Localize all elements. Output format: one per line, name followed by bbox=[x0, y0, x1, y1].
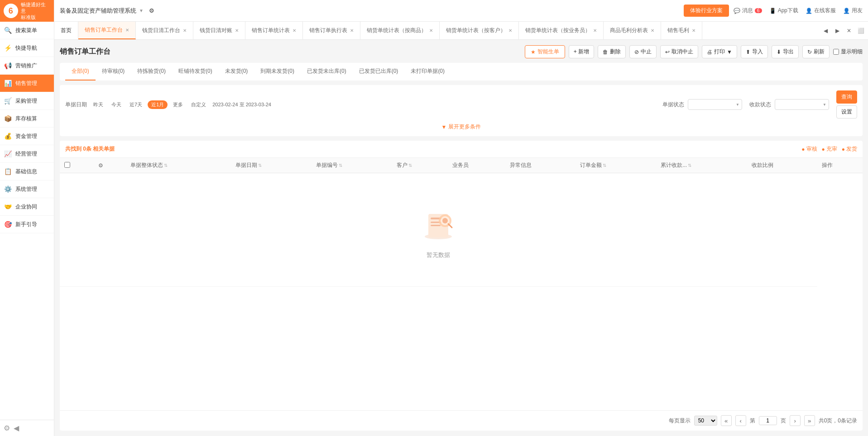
show-detail-input[interactable] bbox=[833, 49, 839, 55]
tab-close-icon[interactable]: ✕ bbox=[183, 28, 187, 33]
pause-btn[interactable]: ⊘ 中止 bbox=[629, 45, 657, 58]
sort-icon[interactable]: ⇅ bbox=[688, 163, 691, 168]
settings-filter-btn[interactable]: 设置 bbox=[836, 105, 857, 118]
sort-icon[interactable]: ⇅ bbox=[258, 163, 262, 168]
tab-maximize-btn[interactable]: ⬜ bbox=[855, 25, 866, 36]
sidebar-item-库存核算[interactable]: 📦库存核算 bbox=[0, 110, 54, 128]
tab-商品毛利分析表[interactable]: 商品毛利分析表✕ bbox=[604, 22, 661, 39]
subtab-全部[interactable]: 全部(0) bbox=[65, 63, 96, 81]
refresh-btn[interactable]: ↻ 刷新 bbox=[802, 45, 830, 58]
toolbar-btn-发货[interactable]: ● 发货 bbox=[842, 145, 857, 153]
import-btn[interactable]: ⬆ 导入 bbox=[741, 45, 768, 58]
user-btn[interactable]: 👤 用友 bbox=[843, 7, 863, 14]
tab-close-icon[interactable]: ✕ bbox=[293, 28, 296, 33]
sort-icon[interactable]: ⇅ bbox=[408, 163, 412, 168]
sidebar-item-经营管理[interactable]: 📈经营管理 bbox=[0, 145, 54, 163]
tab-销售订单执行表[interactable]: 销售订单执行表✕ bbox=[303, 22, 360, 39]
settings-icon[interactable]: ⚙ bbox=[4, 424, 10, 432]
sidebar-item-新手引导[interactable]: 🎯新手引导 bbox=[0, 216, 54, 233]
date-btn-昨天[interactable]: 昨天 bbox=[91, 100, 106, 109]
settings-icon[interactable]: ⚙ bbox=[149, 7, 154, 14]
sort-icon[interactable]: ⇅ bbox=[164, 163, 168, 168]
toolbar-btn-充审[interactable]: ● 充审 bbox=[822, 145, 837, 153]
col-累计收款...[interactable]: 累计收款...⇅ bbox=[656, 158, 747, 173]
subtab-未发货[interactable]: 未发货(0) bbox=[219, 63, 254, 81]
subtab-旺铺待发货[interactable]: 旺铺待发货(0) bbox=[172, 63, 219, 81]
query-btn[interactable]: 查询 bbox=[836, 90, 857, 104]
select-all-checkbox[interactable] bbox=[64, 162, 70, 168]
sidebar-item-搜索菜单[interactable]: 🔍搜索菜单 bbox=[0, 22, 54, 39]
tab-销货单统计表（按业务员）[interactable]: 销货单统计表（按业务员）✕ bbox=[519, 22, 604, 39]
toolbar-btn-审核[interactable]: ● 审核 bbox=[801, 145, 817, 153]
smart-gen-btn[interactable]: ★ 智能生单 bbox=[525, 45, 565, 58]
date-btn-近1月[interactable]: 近1月 bbox=[148, 100, 168, 109]
col-单据日期[interactable]: 单据日期⇅ bbox=[231, 158, 312, 173]
tab-close-icon[interactable]: ✕ bbox=[651, 28, 654, 33]
subtab-待拣验货[interactable]: 待拣验货(0) bbox=[131, 63, 172, 81]
sort-icon[interactable]: ⇅ bbox=[603, 163, 606, 168]
first-page-btn[interactable]: « bbox=[721, 415, 732, 426]
col-单据整体状态[interactable]: 单据整体状态⇅ bbox=[126, 158, 231, 173]
industry-btn[interactable]: 体验行业方案 bbox=[684, 5, 729, 17]
payment-select[interactable] bbox=[775, 99, 829, 110]
collapse-icon[interactable]: ◀ bbox=[14, 424, 19, 432]
tab-close-all-btn[interactable]: ✕ bbox=[844, 25, 854, 36]
next-page-btn[interactable]: › bbox=[790, 415, 801, 426]
export-btn[interactable]: ⬇ 导出 bbox=[772, 45, 799, 58]
system-dropdown-icon[interactable]: ▼ bbox=[139, 8, 144, 13]
delete-btn[interactable]: 🗑 删除 bbox=[598, 45, 626, 58]
tab-钱货日清工作台[interactable]: 钱货日清工作台✕ bbox=[136, 22, 193, 39]
status-select[interactable] bbox=[688, 99, 742, 110]
col-单据编号[interactable]: 单据编号⇅ bbox=[312, 158, 392, 173]
sidebar-item-系统管理[interactable]: ⚙️系统管理 bbox=[0, 180, 54, 198]
online-service-btn[interactable]: 👤 在线客服 bbox=[806, 7, 836, 14]
tab-销售订单工作台[interactable]: 销售订单工作台✕ bbox=[78, 22, 136, 39]
tab-close-icon[interactable]: ✕ bbox=[235, 28, 239, 33]
tab-首页[interactable]: 首页 bbox=[54, 22, 78, 39]
subtab-未打印单据[interactable]: 未打印单据(0) bbox=[404, 63, 451, 81]
sidebar-item-企业协同[interactable]: 🤝企业协同 bbox=[0, 198, 54, 216]
subtab-待审核[interactable]: 待审核(0) bbox=[96, 63, 131, 81]
tab-销售订单统计表[interactable]: 销售订单统计表✕ bbox=[245, 22, 303, 39]
subtab-到期未发货[interactable]: 到期未发货(0) bbox=[254, 63, 301, 81]
tab-钱货日清对账[interactable]: 钱货日清对账✕ bbox=[193, 22, 245, 39]
column-config-icon[interactable]: ⚙ bbox=[98, 162, 103, 169]
app-download-btn[interactable]: 📱 App下载 bbox=[769, 7, 798, 14]
page-number-input[interactable] bbox=[759, 416, 777, 425]
subtab-已发货未出库[interactable]: 已发货未出库(0) bbox=[301, 63, 353, 81]
date-btn-今天[interactable]: 今天 bbox=[109, 100, 124, 109]
sidebar-item-营销推广[interactable]: 📢营销推广 bbox=[0, 57, 54, 75]
sidebar-item-采购管理[interactable]: 🛒采购管理 bbox=[0, 92, 54, 110]
tab-销货单统计表（按客户）[interactable]: 销货单统计表（按客户）✕ bbox=[440, 22, 519, 39]
page-size-select[interactable]: 50 100 200 bbox=[694, 416, 717, 426]
col-订单金额[interactable]: 订单金额⇅ bbox=[575, 158, 656, 173]
tab-prev-btn[interactable]: ◀ bbox=[820, 25, 831, 36]
subtab-已发货已出库[interactable]: 已发货已出库(0) bbox=[353, 63, 405, 81]
tab-close-icon[interactable]: ✕ bbox=[125, 28, 129, 33]
tab-销货单统计表（按商品）[interactable]: 销货单统计表（按商品）✕ bbox=[360, 22, 440, 39]
cancel-pause-btn[interactable]: ↩ 取消中止 bbox=[660, 45, 698, 58]
show-detail-checkbox[interactable]: 显示明细 bbox=[833, 48, 863, 56]
sort-icon[interactable]: ⇅ bbox=[339, 163, 342, 168]
add-btn[interactable]: + 新增 bbox=[569, 45, 594, 58]
tab-close-icon[interactable]: ✕ bbox=[429, 28, 433, 33]
sidebar-item-资金管理[interactable]: 💰资金管理 bbox=[0, 128, 54, 145]
message-btn[interactable]: 💬 消息 6 bbox=[734, 7, 762, 14]
tab-close-icon[interactable]: ✕ bbox=[593, 28, 597, 33]
col-客户[interactable]: 客户⇅ bbox=[392, 158, 448, 173]
tab-销售毛利[interactable]: 销售毛利✕ bbox=[661, 22, 702, 39]
date-btn-自定义[interactable]: 自定义 bbox=[188, 100, 209, 109]
sidebar-item-快捷导航[interactable]: ⚡快捷导航 bbox=[0, 39, 54, 57]
prev-page-btn[interactable]: ‹ bbox=[735, 415, 746, 426]
tab-close-icon[interactable]: ✕ bbox=[508, 28, 512, 33]
tab-close-icon[interactable]: ✕ bbox=[350, 28, 354, 33]
date-btn-近7天[interactable]: 近7天 bbox=[127, 100, 145, 109]
last-page-btn[interactable]: » bbox=[804, 415, 815, 426]
tab-close-icon[interactable]: ✕ bbox=[692, 28, 695, 33]
print-btn[interactable]: 🖨 打印 ▼ bbox=[702, 45, 737, 58]
tab-next-btn[interactable]: ▶ bbox=[832, 25, 843, 36]
sidebar-item-基础信息[interactable]: 📋基础信息 bbox=[0, 163, 54, 180]
sidebar-item-销售管理[interactable]: 📊销售管理 bbox=[0, 75, 54, 92]
date-btn-更多[interactable]: 更多 bbox=[170, 100, 186, 109]
expand-conditions-btn[interactable]: ▼ 展开更多条件 bbox=[441, 123, 481, 131]
